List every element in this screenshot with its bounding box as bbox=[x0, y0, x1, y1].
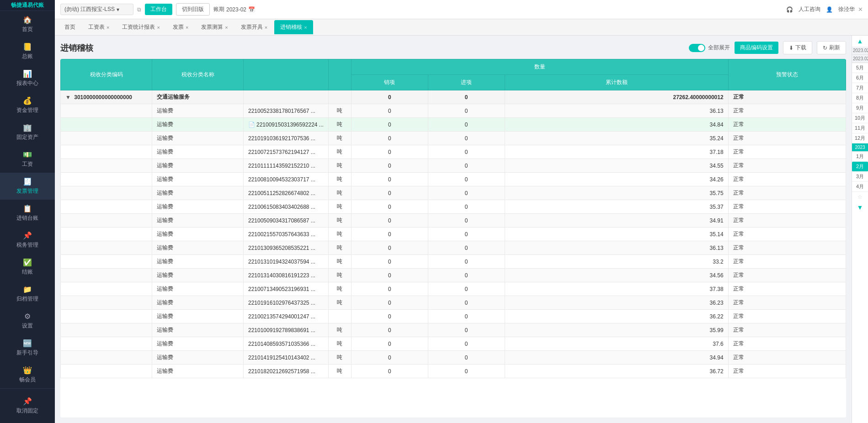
calendar-icon[interactable]: 📅 bbox=[248, 6, 255, 13]
sidebar-item-checkout[interactable]: ✅结账 bbox=[0, 254, 55, 280]
chevron-down-icon: ▾ bbox=[117, 6, 119, 13]
cell-sales: 0 bbox=[351, 269, 428, 282]
tab-close-invoice[interactable]: × bbox=[186, 25, 188, 30]
cell-unit: 吨 bbox=[328, 173, 351, 186]
salary-icon: 💵 bbox=[23, 150, 32, 159]
sidebar-label-report: 报表中心 bbox=[16, 79, 38, 87]
cell-cumulative: 35.24 bbox=[505, 132, 728, 145]
scroll-up-button[interactable]: ▲ bbox=[852, 36, 868, 47]
tab-home[interactable]: 首页 bbox=[59, 20, 81, 34]
table-row: 运输费 22101419125410143402 ... 吨 0 0 34.94… bbox=[61, 351, 846, 365]
download-button[interactable]: ⬇ 下载 bbox=[783, 41, 812, 54]
sidebar-item-member[interactable]: 👑畅会员 bbox=[0, 361, 55, 388]
cell-purchase: 0 bbox=[428, 351, 505, 365]
tabbar: 首页工资表×工资统计报表×发票×发票测算×发票开具×进销稽核× bbox=[55, 19, 868, 36]
sidebar-label-guide: 新手引导 bbox=[16, 349, 38, 357]
cell-sales: 0 bbox=[351, 282, 428, 296]
rp-month-8[interactable]: 8月 bbox=[852, 93, 868, 103]
tab-close-invoice_open[interactable]: × bbox=[265, 25, 267, 30]
sidebar-item-assets[interactable]: 🏢固定资产 bbox=[0, 119, 55, 146]
cell-unit: 吨 bbox=[328, 337, 351, 351]
rp-month-2[interactable]: 2月 bbox=[852, 162, 868, 172]
cell-status: 正常 bbox=[728, 200, 846, 214]
sidebar-item-tax[interactable]: 📌税务管理 bbox=[0, 227, 55, 254]
table-row: 运输费 22101310194324037594 ... 吨 0 0 33.2 … bbox=[61, 255, 846, 269]
sidebar-item-purchase_sales[interactable]: 📋进销台账 bbox=[0, 200, 55, 227]
sidebar-item-report[interactable]: 📊报表中心 bbox=[0, 65, 55, 92]
cell-status: 正常 bbox=[728, 227, 846, 241]
cell-name: 运输费 bbox=[152, 323, 244, 337]
expand-icon[interactable]: ▼ bbox=[65, 94, 71, 100]
table-header-row: 税收分类编码 税收分类名称 数量 预警状态 bbox=[61, 59, 846, 75]
tab-invoice_calc[interactable]: 发票测算× bbox=[195, 20, 234, 34]
col-unit-header bbox=[328, 59, 351, 90]
sidebar-item-archive[interactable]: 📁归档管理 bbox=[0, 280, 55, 307]
switch-version-button[interactable]: 切到旧版 bbox=[176, 3, 210, 16]
sidebar-item-guide[interactable]: 🆕新手引导 bbox=[0, 334, 55, 361]
expand-toggle-container: 全部展开 bbox=[689, 44, 730, 52]
cell-code bbox=[61, 214, 152, 227]
cell-status: 正常 bbox=[728, 132, 846, 145]
table-row: 运输费 📄22100915031396592224 ... 吨 0 0 34.8… bbox=[61, 118, 846, 132]
table-row: 运输费 22101314030816191223 ... 吨 0 0 34.56… bbox=[61, 269, 846, 282]
copy-icon[interactable]: ⧉ bbox=[137, 6, 141, 13]
sidebar-item-salary[interactable]: 💵工资 bbox=[0, 146, 55, 173]
rp-month-10[interactable]: 10月 bbox=[852, 113, 868, 123]
rp-month-9[interactable]: 9月 bbox=[852, 103, 868, 113]
tab-close-salary[interactable]: × bbox=[107, 25, 109, 30]
cell-sales: 0 bbox=[351, 90, 428, 104]
company-selector[interactable]: (勿动) 江西报宝-LSS ▾ bbox=[60, 4, 133, 15]
tab-sales_check[interactable]: 进销稽核× bbox=[274, 20, 313, 34]
table-row: 运输费 22101009192789838691 ... 吨 0 0 35.99… bbox=[61, 323, 846, 337]
cell-code bbox=[61, 241, 152, 255]
report-icon: 📊 bbox=[23, 69, 32, 78]
cell-invoice: 22101419125410143402 ... bbox=[244, 351, 329, 365]
unpin-button[interactable]: 📌 取消固定 bbox=[0, 392, 55, 419]
cell-invoice: 22100215570357643633 ... bbox=[244, 227, 329, 241]
rp-month-7[interactable]: 7月 bbox=[852, 83, 868, 93]
rp-month-4[interactable]: 4月 bbox=[852, 182, 868, 192]
tab-invoice[interactable]: 发票× bbox=[167, 20, 194, 34]
app-logo: 畅捷通易代账 bbox=[0, 0, 55, 11]
rp-month-12[interactable]: 12月 bbox=[852, 133, 868, 143]
cell-name: 运输费 bbox=[152, 214, 244, 227]
cell-sales: 0 bbox=[351, 104, 428, 118]
sidebar-item-invoice_mgmt[interactable]: 🧾发票管理 bbox=[0, 173, 55, 200]
cell-sales: 0 bbox=[351, 296, 428, 310]
rp-month-1[interactable]: 1月 bbox=[852, 152, 868, 162]
support-label[interactable]: 人工咨询 bbox=[799, 5, 820, 13]
table-row: 运输费 22101820212692571958 ... 吨 0 0 36.72… bbox=[61, 365, 846, 378]
tab-close-sales_check[interactable]: × bbox=[304, 25, 307, 30]
rp-month-3[interactable]: 3月 bbox=[852, 172, 868, 182]
sidebar-item-fund[interactable]: 💰资金管理 bbox=[0, 92, 55, 119]
rp-month-5[interactable]: 5月 bbox=[852, 63, 868, 73]
sidebar-label-tax: 税务管理 bbox=[16, 241, 38, 249]
tab-close-salary_stat[interactable]: × bbox=[157, 25, 160, 30]
col-sales-header: 销项 bbox=[351, 75, 428, 90]
tab-label-invoice: 发票 bbox=[173, 23, 184, 31]
close-icon[interactable]: × bbox=[858, 5, 863, 14]
workbench-button[interactable]: 工作台 bbox=[145, 4, 172, 15]
cell-cumulative: 36.72 bbox=[505, 365, 728, 378]
username-label: 徐泾华 bbox=[838, 5, 855, 13]
cell-invoice: 22101408593571035366 ... bbox=[244, 337, 329, 351]
sidebar-item-settings[interactable]: ⚙设置 bbox=[0, 307, 55, 334]
tab-salary[interactable]: 工资表× bbox=[82, 20, 115, 34]
tab-salary_stat[interactable]: 工资统计报表× bbox=[116, 20, 165, 34]
tab-close-invoice_calc[interactable]: × bbox=[225, 25, 228, 30]
tab-invoice_open[interactable]: 发票开具× bbox=[235, 20, 273, 34]
refresh-button[interactable]: ↻ 刷新 bbox=[817, 41, 846, 54]
ledger-icon: 📒 bbox=[23, 42, 32, 51]
sidebar-item-ledger[interactable]: 📒总账 bbox=[0, 38, 55, 65]
expand-toggle[interactable] bbox=[689, 44, 705, 52]
cell-code bbox=[61, 269, 152, 282]
rp-month-6[interactable]: 6月 bbox=[852, 73, 868, 83]
sidebar-label-checkout: 结账 bbox=[22, 268, 33, 276]
data-table: 税收分类编码 税收分类名称 数量 预警状态 销项 进项 累计数额 bbox=[60, 59, 846, 378]
settings-button[interactable]: 商品编码设置 bbox=[735, 42, 778, 54]
scroll-down-button[interactable]: ▼ bbox=[852, 202, 868, 213]
rp-month-11[interactable]: 11月 bbox=[852, 123, 868, 133]
cell-cumulative: 35.75 bbox=[505, 186, 728, 200]
cell-purchase: 0 bbox=[428, 227, 505, 241]
sidebar-item-home[interactable]: 🏠首页 bbox=[0, 11, 55, 38]
